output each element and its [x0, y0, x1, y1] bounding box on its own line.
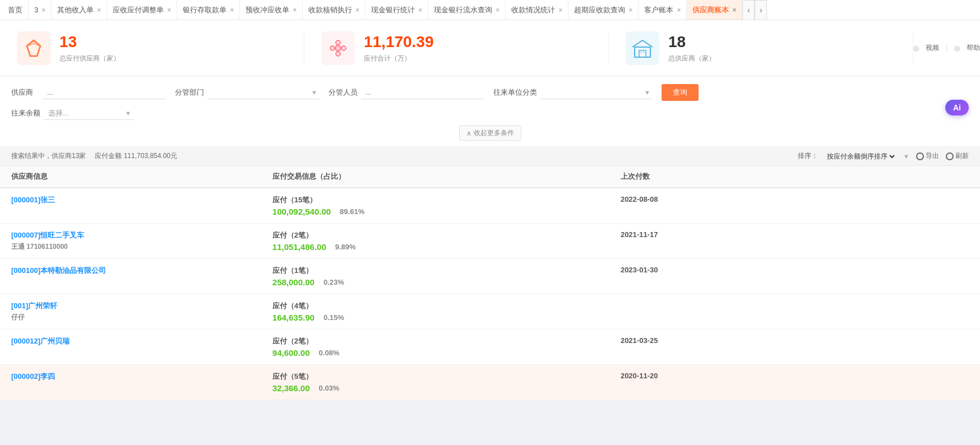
balance-select[interactable]: 选择...: [44, 106, 133, 120]
supplier-link-1[interactable]: [000001]张三: [11, 196, 55, 204]
payable-percent-3: 0.23%: [323, 278, 344, 286]
supplier-input[interactable]: [43, 86, 166, 99]
lastpay-date-2: 2021-11-17: [621, 230, 658, 239]
total-suppliers-label: 总供应商（家）: [668, 54, 715, 63]
supplier-info-6: [000002]李四: [11, 372, 272, 382]
svg-rect-8: [639, 50, 646, 57]
payable-percent-2: 9.89%: [335, 243, 356, 251]
nav-item-cash-bank-stats[interactable]: 现金银行统计 ×: [366, 0, 428, 20]
nav-item-overdue-query[interactable]: 超期应收款查询 ×: [568, 0, 639, 20]
category-label: 往来单位分类: [493, 87, 537, 98]
close-icon[interactable]: ×: [628, 6, 632, 14]
nav-item-home[interactable]: 首页: [2, 0, 29, 20]
category-select[interactable]: [540, 86, 653, 99]
close-icon[interactable]: ×: [418, 6, 422, 14]
nav-next-arrow[interactable]: ›: [755, 0, 767, 20]
supplier-link-6[interactable]: [000002]李四: [11, 372, 55, 381]
stats-bar: 13 总应付供应商（家） 11,170.39 应付合计（万）: [0, 20, 980, 76]
close-icon[interactable]: ×: [293, 6, 297, 14]
nav-supplier-account-label: 供应商账本: [692, 5, 729, 15]
payable-suppliers-number: 13: [59, 33, 120, 52]
collapse-button[interactable]: ∧ 收起更多条件: [459, 126, 521, 141]
nav-bank-deposit-label: 银行存取款单: [183, 5, 226, 15]
payable-amount-6[interactable]: 32,366.00: [272, 383, 310, 393]
nav-item-bank-deposit[interactable]: 银行存取款单 ×: [177, 0, 240, 20]
nav-cash-bank-stats-label: 现金银行统计: [371, 5, 415, 15]
nav-item-collect-verify[interactable]: 收款核销执行 ×: [303, 0, 366, 20]
ai-button[interactable]: Ai: [945, 100, 969, 115]
close-icon[interactable]: ×: [97, 6, 101, 14]
supplier-link-2[interactable]: [000007]恒旺二手叉车: [11, 231, 84, 239]
payable-amount-2[interactable]: 11,051,486.00: [272, 242, 326, 252]
nav-item-supplier-account[interactable]: 供应商账本 ×: [687, 0, 742, 20]
nav-item-customer-account[interactable]: 客户账本 ×: [639, 0, 687, 20]
refresh-icon: [946, 152, 954, 160]
result-bar: 搜索结果中，供应商13家 应付金额 111,703,854.00元 排序： 按应…: [0, 147, 980, 166]
payable-amount-1[interactable]: 100,092,540.00: [272, 207, 331, 216]
lastpay-date-3: 2023-01-30: [621, 266, 658, 274]
nav-item-cash-bank-flow[interactable]: 现金银行流水查询 ×: [428, 0, 506, 20]
close-icon[interactable]: ×: [732, 6, 736, 14]
close-icon[interactable]: ×: [496, 6, 500, 14]
close-icon[interactable]: ×: [41, 6, 45, 14]
sort-select[interactable]: 按应付余额倒序排序: [825, 152, 896, 161]
export-label: 导出: [926, 151, 939, 161]
payable-amount-3[interactable]: 258,000.00: [272, 277, 315, 287]
nav-3-label: 3: [34, 6, 38, 14]
supplier-info-2: [000007]恒旺二手叉车 王通 17106110000: [11, 230, 272, 252]
payable-count-4: 应付（4笔）: [272, 301, 621, 311]
dept-select[interactable]: [207, 86, 320, 99]
table-row: [001]广州荣轩 仔仔 应付（4笔） 164,635.90 0.15%: [0, 294, 980, 330]
query-button[interactable]: 查询: [662, 84, 699, 101]
export-button[interactable]: 导出: [916, 151, 939, 161]
svg-point-3: [336, 40, 340, 45]
refresh-button[interactable]: 刷新: [946, 151, 969, 161]
nav-prev-arrow[interactable]: ‹: [742, 0, 755, 20]
nav-adjustment-label: 应收应付调整单: [113, 5, 164, 15]
payable-total-number: 11,170.39: [364, 33, 434, 52]
person-field: 分管人员: [329, 86, 484, 99]
payable-info-2: 应付（2笔） 11,051,486.00 9.89%: [272, 230, 621, 252]
close-icon[interactable]: ×: [167, 6, 171, 14]
stat-payable-total: 11,170.39 应付合计（万）: [304, 31, 609, 65]
nav-collect-stats-label: 收款情况统计: [511, 5, 555, 15]
payable-count-5: 应付（2笔）: [272, 336, 621, 346]
nav-item-3[interactable]: 3 ×: [29, 0, 52, 20]
close-icon[interactable]: ×: [558, 6, 562, 14]
payable-count-1: 应付（15笔）: [272, 195, 621, 205]
close-icon[interactable]: ×: [355, 6, 359, 14]
result-amount: 应付金额 111,703,854.00元: [95, 151, 177, 161]
supplier-link-4[interactable]: [001]广州荣轩: [11, 302, 57, 310]
payable-total-label: 应付合计（万）: [364, 54, 434, 63]
close-icon[interactable]: ×: [677, 6, 681, 14]
close-icon[interactable]: ×: [230, 6, 234, 14]
payable-count-2: 应付（2笔）: [272, 230, 621, 240]
question-icon: ◎: [954, 44, 960, 52]
help-link[interactable]: 帮助: [967, 43, 980, 53]
lastpay-6: 2020-11-20: [621, 372, 795, 380]
nav-item-other-income[interactable]: 其他收入单 ×: [52, 0, 107, 20]
table-row: [000002]李四 应付（5笔） 32,366.00 0.03% 2020-1…: [0, 365, 980, 400]
top-navigation: 首页 3 × 其他收入单 × 应收应付调整单 × 银行存取款单 × 预收冲应收单…: [0, 0, 980, 20]
search-row-2: 往来余额 选择... ▼: [11, 106, 969, 120]
video-link[interactable]: 视频: [926, 43, 939, 53]
payable-info-6: 应付（5笔） 32,366.00 0.03%: [272, 372, 621, 393]
result-supplier-count: 搜索结果中，供应商13家: [11, 151, 86, 161]
nav-prepay-label: 预收冲应收单: [246, 5, 289, 15]
col-header-payable: 应付交易信息（占比）: [272, 171, 621, 182]
payable-amount-5[interactable]: 94,600.00: [272, 348, 310, 358]
payable-amount-4[interactable]: 164,635.90: [272, 313, 315, 322]
nav-item-prepay[interactable]: 预收冲应收单 ×: [240, 0, 303, 20]
collapse-label: 收起更多条件: [474, 128, 514, 138]
supplier-link-3[interactable]: [000100]本特勒油品有限公司: [11, 266, 106, 275]
nav-item-adjustment[interactable]: 应收应付调整单 ×: [107, 0, 177, 20]
svg-point-6: [341, 46, 346, 50]
diamond-icon: [17, 31, 50, 65]
help-links: ◎ 视频 | ◎ 帮助: [913, 43, 980, 53]
person-input[interactable]: [361, 86, 484, 99]
chevron-down-icon: ▼: [903, 153, 909, 160]
lastpay-date-6: 2020-11-20: [621, 372, 658, 380]
nav-item-collect-stats[interactable]: 收款情况统计 ×: [506, 0, 568, 20]
supplier-link-5[interactable]: [000012]广州贝瑞: [11, 337, 70, 345]
circle-icon: ◎: [913, 44, 919, 52]
